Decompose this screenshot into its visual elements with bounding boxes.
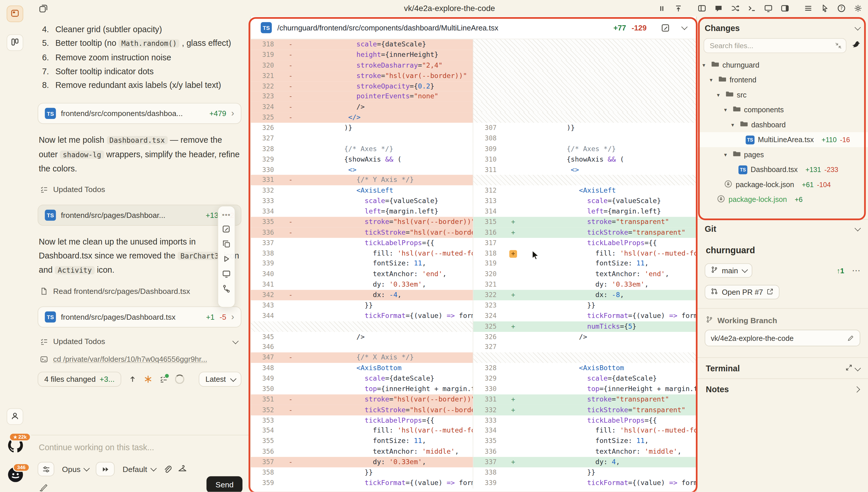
diff-row: 350 top={innerHeight + margin.top}330 to…	[251, 384, 696, 394]
workspace-tab-button[interactable]	[7, 5, 23, 22]
monitor-icon[interactable]	[764, 3, 773, 13]
changes-header[interactable]: Changes	[697, 17, 868, 36]
bird-icon[interactable]	[851, 39, 861, 52]
chevron-down-icon[interactable]: ▾	[724, 107, 729, 113]
files-changed-button[interactable]: 4 files changed +3...	[38, 372, 121, 387]
read-file-row[interactable]: Read frontend/src/pages/Dashboard.tsx	[38, 287, 241, 296]
copy-icon[interactable]	[221, 239, 232, 249]
tree-folder-components[interactable]: ▾components	[697, 102, 868, 117]
chat-bubble-icon[interactable]	[713, 3, 723, 13]
search-input[interactable]	[704, 38, 846, 53]
diff-row: 330 <>311 <>	[251, 165, 696, 175]
file-chip-multilinearea[interactable]: TS frontend/src/components/dashboa... +4…	[38, 103, 241, 124]
hanger-icon[interactable]	[178, 464, 187, 474]
fast-forward-icon[interactable]	[96, 462, 115, 476]
diff-cell-old: 352- tickStroke="hsl(var(--border))"	[251, 405, 473, 415]
help-icon[interactable]: ?	[836, 3, 846, 13]
model-dropdown[interactable]: Opus	[60, 464, 91, 474]
shuffle-icon[interactable]	[730, 3, 740, 13]
menu-icon[interactable]	[803, 3, 813, 13]
updated-todos-row-2[interactable]: Updated Todos	[38, 337, 241, 346]
file-chip-dashboard-page-2[interactable]: TS frontend/src/pages/Dashboard.tsx +1 -…	[38, 306, 241, 327]
line-number: 311	[473, 165, 496, 175]
chevron-down-icon[interactable]: ▾	[717, 92, 722, 98]
notes-section-header[interactable]: Notes	[697, 379, 868, 399]
send-button[interactable]: Send	[207, 476, 242, 492]
chevron-down-icon[interactable]: ▾	[703, 62, 708, 68]
tree-folder-churnguard[interactable]: ▾churnguard	[697, 57, 868, 72]
chevron-down-icon[interactable]	[855, 365, 861, 371]
tree-file-package-lock.json[interactable]: package-lock.json+6	[697, 192, 868, 207]
account-button[interactable]	[7, 408, 23, 425]
pause-icon[interactable]	[657, 3, 666, 13]
scroll-top-icon[interactable]	[674, 3, 683, 13]
tree-folder-dashboard[interactable]: ▾dashboard	[697, 117, 868, 132]
line-number: 329	[251, 154, 274, 165]
terminal-command-row[interactable]: cd /private/var/folders/10/h7w0q46556ggr…	[38, 355, 241, 364]
tree-folder-frontend[interactable]: ▾frontend	[697, 73, 868, 87]
chevron-down-icon[interactable]	[681, 26, 686, 30]
chevron-right-icon[interactable]	[854, 386, 860, 393]
chevron-down-icon[interactable]: ▾	[724, 151, 729, 157]
tree-folder-pages[interactable]: ▾pages	[697, 147, 868, 162]
github-link[interactable]: ★22k	[7, 437, 24, 453]
assistant-message: Now let me polish Dashboard.tsx — remove…	[38, 133, 241, 175]
monitor-icon[interactable]	[221, 268, 232, 279]
collection-icon[interactable]	[39, 3, 48, 13]
tree-file-package-lock.json[interactable]: package-lock.json+61-104	[697, 177, 868, 192]
code-line: }}	[530, 300, 696, 311]
file-chip-dashboard-page[interactable]: TS frontend/src/pages/Dashboar... +130 -…	[38, 205, 241, 226]
more-dots-icon[interactable]: •••	[221, 210, 232, 220]
tree-folder-src[interactable]: ▾src	[697, 87, 868, 102]
diff-row: 340 textAnchor: 'end',320 textAnchor: 'e…	[251, 269, 696, 279]
diff-row: 320- strokeDasharray="2,4"	[251, 60, 696, 71]
line-number: 337	[473, 457, 496, 467]
annotate-icon[interactable]	[221, 223, 232, 235]
chevron-down-icon[interactable]	[855, 226, 859, 231]
board-view-button[interactable]	[7, 34, 23, 51]
working-branch-field[interactable]: vk/4e2a-explore-the-code	[705, 330, 860, 346]
paperclip-icon[interactable]	[163, 464, 172, 474]
chevron-down-icon[interactable]: ▾	[731, 122, 737, 128]
pencil-icon[interactable]	[847, 335, 854, 342]
panel-right-icon[interactable]	[780, 3, 789, 13]
chevron-down-icon[interactable]	[855, 26, 859, 30]
arrow-up-icon[interactable]	[128, 375, 137, 384]
list-item: 6.Remove zoom instruction noise	[38, 50, 241, 65]
collapse-icon[interactable]	[835, 42, 842, 51]
git-header[interactable]: Git	[697, 220, 868, 237]
code-line: {/* Y Axis */}	[307, 175, 473, 186]
list-item: 5.Better tooltip (no Math.random() , gla…	[38, 36, 241, 50]
discord-link[interactable]: 346	[7, 466, 24, 483]
diff-row: 327308	[251, 133, 696, 144]
diff-body[interactable]: 318- scale={dateScale}319- height={inner…	[251, 39, 696, 488]
line-number: 321	[473, 279, 496, 290]
folder-icon	[733, 105, 741, 114]
todos-status-icon[interactable]	[159, 375, 168, 384]
pointer-icon[interactable]	[820, 3, 829, 13]
compare-icon[interactable]	[221, 283, 232, 294]
open-pr-button[interactable]: Open PR #7	[705, 285, 779, 299]
brush-icon[interactable]	[39, 483, 48, 492]
annotate-icon[interactable]	[661, 23, 670, 32]
terminal-prompt-icon[interactable]	[747, 3, 756, 13]
chevron-down-icon[interactable]	[233, 337, 237, 346]
code-line: scale={valueScale}	[530, 196, 696, 206]
play-icon[interactable]	[221, 253, 232, 264]
chat-input[interactable]	[31, 436, 250, 452]
tree-file-MultiLineArea.tsx[interactable]: TSMultiLineArea.tsx+110-16	[697, 132, 868, 147]
tree-file-Dashboard.tsx[interactable]: TSDashboard.tsx+131-233	[697, 162, 868, 177]
expand-icon[interactable]	[845, 364, 852, 373]
sliders-icon[interactable]	[38, 462, 54, 476]
gear-icon[interactable]	[853, 3, 863, 13]
branch-dropdown[interactable]: main	[705, 264, 752, 278]
terminal-section-header[interactable]: Terminal	[697, 358, 868, 378]
more-dots-icon[interactable]: ⋯	[852, 266, 861, 275]
updated-todos-row[interactable]: Updated Todos	[38, 185, 241, 194]
mode-dropdown[interactable]: Default	[120, 464, 157, 474]
panel-left-icon[interactable]	[697, 3, 706, 13]
sparkle-icon[interactable]	[144, 375, 153, 384]
add-comment-button[interactable]: +	[509, 250, 517, 257]
chevron-down-icon[interactable]: ▾	[710, 77, 715, 83]
latest-dropdown[interactable]: Latest	[199, 372, 241, 387]
